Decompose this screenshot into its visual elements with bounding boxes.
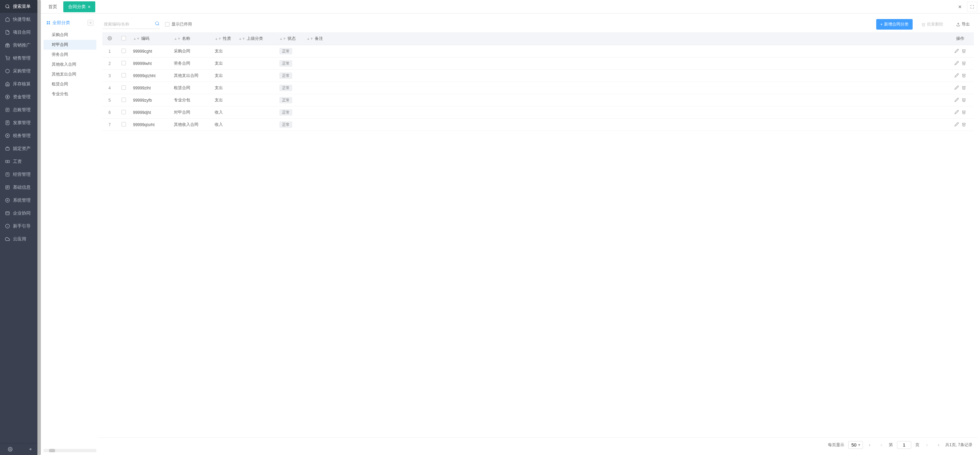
page-input[interactable] <box>897 441 911 449</box>
close-tab-button[interactable] <box>955 2 965 12</box>
sidebar-item-15[interactable]: 系统管理 <box>0 194 41 207</box>
tree-item-3[interactable]: 其他收入合同 <box>43 60 96 70</box>
column-code[interactable]: ▲▼编码 <box>130 32 171 45</box>
sidebar-item-label: 固定资产 <box>13 146 30 152</box>
sidebar-item-2[interactable]: 项目合同 <box>0 26 41 39</box>
next-page-button[interactable] <box>924 442 930 449</box>
svg-point-26 <box>5 198 10 202</box>
column-status[interactable]: ▲▼状态 <box>277 32 304 45</box>
search-input[interactable] <box>102 20 160 29</box>
edit-icon[interactable] <box>955 49 959 53</box>
row-checkbox[interactable] <box>121 61 126 65</box>
sidebar-item-3[interactable]: 营销推广 <box>0 39 41 52</box>
delete-icon[interactable] <box>962 98 966 102</box>
sidebar-item-5[interactable]: 采购管理 <box>0 65 41 78</box>
cell-code: 99999cght <box>130 45 171 57</box>
edit-icon[interactable] <box>955 98 959 102</box>
edit-icon[interactable] <box>955 110 959 114</box>
sidebar-item-10[interactable]: 税务管理 <box>0 129 41 142</box>
edit-icon[interactable] <box>955 122 959 127</box>
settings-button[interactable] <box>0 444 21 455</box>
column-remark[interactable]: ▲▼备注 <box>304 32 947 45</box>
cell-code: 99999zyfb <box>130 94 171 106</box>
search-icon[interactable] <box>155 21 159 26</box>
svg-point-30 <box>10 449 11 450</box>
cell-nature: 支出 <box>212 94 236 106</box>
row-checkbox[interactable] <box>121 122 126 127</box>
tree-item-1[interactable]: 对甲合同 <box>43 40 96 50</box>
sidebar-item-18[interactable]: 云应用 <box>0 233 41 246</box>
row-checkbox[interactable] <box>121 110 126 114</box>
sidebar-item-label: 采购管理 <box>13 68 30 74</box>
collapse-tree-button[interactable] <box>88 20 94 26</box>
sidebar-item-label: 系统管理 <box>13 197 30 203</box>
sidebar-item-8[interactable]: 总账管理 <box>0 103 41 116</box>
toolbar: 显示已停用 + 新增合同分类 批量删除 <box>99 16 977 32</box>
sidebar-item-12[interactable]: 工资 <box>0 155 41 168</box>
show-disabled-checkbox[interactable]: 显示已停用 <box>165 21 192 27</box>
tree-icon <box>46 21 50 25</box>
delete-icon[interactable] <box>962 110 966 114</box>
sidebar-item-7[interactable]: 资金管理 <box>0 90 41 103</box>
tab-0[interactable]: 首页 <box>43 2 62 12</box>
per-page-select[interactable]: 50 <box>848 441 863 449</box>
cell-status: 正常 <box>277 119 304 131</box>
fullscreen-button[interactable] <box>967 2 977 12</box>
batch-delete-button[interactable]: 批量删除 <box>917 19 947 30</box>
sidebar-item-14[interactable]: 基础信息 <box>0 181 41 194</box>
gear-icon[interactable] <box>108 36 112 40</box>
sidebar-item-label: 云应用 <box>13 236 26 242</box>
column-name[interactable]: ▲▼名称 <box>171 32 212 45</box>
sidebar-item-label: 总账管理 <box>13 107 30 113</box>
sidebar-item-9[interactable]: 发票管理 <box>0 116 41 129</box>
delete-icon[interactable] <box>962 86 966 90</box>
sidebar-item-label: 资金管理 <box>13 94 30 100</box>
sidebar-item-0[interactable]: 搜索菜单 <box>0 0 41 13</box>
tree-horizontal-scrollbar[interactable] <box>43 449 96 452</box>
svg-point-0 <box>6 5 9 8</box>
cell-code: 99999zlht <box>130 82 171 94</box>
column-operation: 操作 <box>947 32 974 45</box>
last-page-button[interactable] <box>934 442 941 449</box>
row-checkbox[interactable] <box>121 73 126 78</box>
column-nature[interactable]: ▲▼性质 <box>212 32 236 45</box>
row-checkbox[interactable] <box>121 86 126 90</box>
tree-title[interactable]: 全部分类 <box>46 20 70 26</box>
delete-icon[interactable] <box>962 61 966 65</box>
delete-icon[interactable] <box>962 122 966 127</box>
column-parent[interactable]: ▲▼上级分类 <box>236 32 277 45</box>
tree-item-0[interactable]: 采购合同 <box>43 30 96 40</box>
delete-icon[interactable] <box>962 73 966 78</box>
first-page-button[interactable] <box>867 442 874 449</box>
sidebar-item-4[interactable]: 销售管理 <box>0 52 41 65</box>
sidebar-item-6[interactable]: 库存核算 <box>0 78 41 90</box>
page-suffix: 页 <box>915 442 920 448</box>
tree-item-6[interactable]: 专业分包 <box>43 89 96 99</box>
row-checkbox[interactable] <box>121 49 126 53</box>
delete-icon[interactable] <box>962 49 966 53</box>
sidebar-item-13[interactable]: 经营管理 <box>0 168 41 181</box>
sidebar-item-label: 项目合同 <box>13 29 30 35</box>
sidebar-item-17[interactable]: 新手引导 <box>0 220 41 233</box>
sidebar-item-label: 企业协同 <box>13 210 30 216</box>
tree-item-4[interactable]: 其他支出合同 <box>43 70 96 79</box>
sidebar-scrollbar[interactable] <box>37 0 41 455</box>
tree-item-5[interactable]: 租赁合同 <box>43 79 96 89</box>
sort-icon: ▲▼ <box>239 38 245 40</box>
tree-item-2[interactable]: 劳务合同 <box>43 50 96 60</box>
svg-rect-35 <box>47 23 48 24</box>
add-contract-category-button[interactable]: + 新增合同分类 <box>876 19 913 30</box>
prev-page-button[interactable] <box>878 442 885 449</box>
sidebar-item-1[interactable]: 快捷导航 <box>0 13 41 26</box>
sidebar-item-16[interactable]: 企业协同 <box>0 207 41 220</box>
edit-icon[interactable] <box>955 61 959 65</box>
edit-icon[interactable] <box>955 86 959 90</box>
tab-1[interactable]: 合同分类× <box>63 2 95 12</box>
sidebar-item-11[interactable]: 固定资产 <box>0 142 41 155</box>
tab-label: 合同分类 <box>68 4 86 10</box>
export-button[interactable]: 导出 <box>952 19 974 30</box>
close-icon[interactable]: × <box>88 4 91 10</box>
select-all-checkbox[interactable] <box>121 36 126 40</box>
row-checkbox[interactable] <box>121 98 126 102</box>
edit-icon[interactable] <box>955 73 959 78</box>
